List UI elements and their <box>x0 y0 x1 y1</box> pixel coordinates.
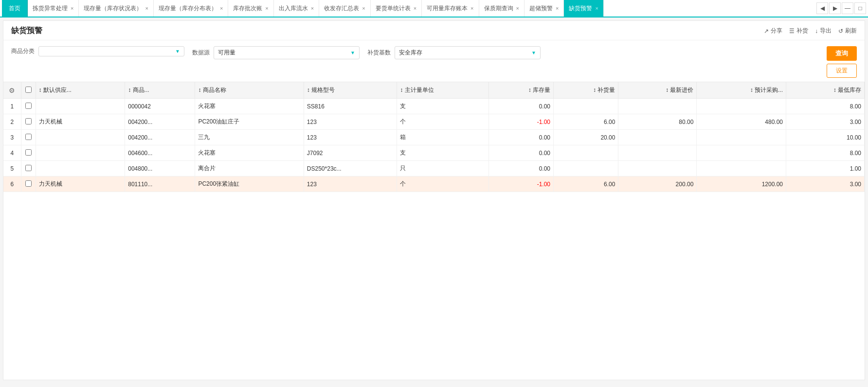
th-product-code[interactable]: ↕ 商品... <box>125 82 195 99</box>
tab-inventory-dist-close[interactable]: × <box>220 5 223 11</box>
tab-available-ledger[interactable]: 可用量库存账本 × <box>422 0 479 17</box>
refresh-button[interactable]: ↺ 刷新 <box>838 27 857 35</box>
tab-expiry-query[interactable]: 保质期查询 × <box>479 0 524 17</box>
row-checkbox-cell-4[interactable] <box>21 161 36 176</box>
th-unit[interactable]: ↕ 主计量单位 <box>397 82 488 99</box>
refresh-icon: ↺ <box>838 28 843 35</box>
row-latest-price-0 <box>618 99 697 114</box>
row-checkbox-cell-3[interactable] <box>21 145 36 161</box>
tab-available-ledger-close[interactable]: × <box>470 5 473 11</box>
tab-inout-flow[interactable]: 出入库流水 × <box>274 0 319 17</box>
table-row: 5 004800... 离合片 DS250*23c... 只 0.00 1.00 <box>3 161 865 176</box>
tab-minimize-button[interactable]: — <box>842 2 853 14</box>
row-replenish-qty-2: 20.00 <box>554 130 618 145</box>
row-spec-5: 123 <box>304 176 397 192</box>
th-est-purchase[interactable]: ↕ 预计采购... <box>697 82 786 99</box>
table-body: 1 0000042 火花塞 SS816 支 0.00 8.00 2 力天机械 0… <box>3 99 865 192</box>
datasource-filter-label: 数据源 <box>192 49 210 57</box>
th-min-stock[interactable]: ↕ 最低库存 <box>786 82 865 99</box>
row-stock-3: 0.00 <box>488 145 553 161</box>
refresh-label: 刷新 <box>845 27 857 35</box>
row-latest-price-4 <box>618 161 697 176</box>
tab-collect-summary-label: 收发存汇总表 <box>324 4 359 13</box>
row-checkbox-3[interactable] <box>25 149 32 156</box>
row-name-1: PC200油缸庄子 <box>195 114 304 130</box>
row-stock-4: 0.00 <box>488 161 553 176</box>
tab-batch-account[interactable]: 库存批次账 × <box>228 0 273 17</box>
replenish-icon: ☰ <box>789 28 795 35</box>
tab-collect-summary-close[interactable]: × <box>362 5 365 11</box>
row-checkbox-1[interactable] <box>25 118 32 124</box>
row-unit-3: 支 <box>397 145 488 161</box>
datasource-select-arrow: ▼ <box>350 50 355 55</box>
row-code-4: 004800... <box>125 161 195 176</box>
th-default-supplier-label: ↕ 默认供应... <box>39 87 72 93</box>
tab-home[interactable]: 首页 <box>2 0 28 17</box>
replenish-label: 补货 <box>796 27 808 35</box>
tab-expiry-query-close[interactable]: × <box>516 5 519 11</box>
tab-inventory-status[interactable]: 现存量（库存状况表） × <box>79 0 153 17</box>
page-header: 缺货预警 ↗ 分享 ☰ 补货 ↓ 导出 ↺ 刷新 <box>3 21 865 40</box>
row-est-purchase-1: 480.00 <box>697 114 786 130</box>
table-row: 3 004200... 三九 123 箱 0.00 20.00 10.00 <box>3 130 865 145</box>
settings-button[interactable]: 设置 <box>827 64 857 78</box>
tab-maximize-button[interactable]: □ <box>854 2 866 14</box>
page-content: 缺货预警 ↗ 分享 ☰ 补货 ↓ 导出 ↺ 刷新 商品分类 <box>3 20 865 380</box>
gear-icon[interactable]: ⚙ <box>6 87 18 94</box>
row-replenish-qty-4 <box>554 161 618 176</box>
row-unit-1: 个 <box>397 114 488 130</box>
replenish-base-filter-group: 补货基数 安全库存 ▼ <box>367 46 541 59</box>
replenish-base-arrow: ▼ <box>531 50 536 55</box>
share-button[interactable]: ↗ 分享 <box>764 27 782 35</box>
tab-next-button[interactable]: ▶ <box>829 2 841 14</box>
tab-collect-summary[interactable]: 收发存汇总表 × <box>319 0 370 17</box>
tab-available-ledger-label: 可用量库存账本 <box>427 4 468 13</box>
th-stock[interactable]: ↕ 库存量 <box>488 82 553 99</box>
datasource-select[interactable]: 可用量 ▼ <box>214 46 360 59</box>
row-checkbox-5[interactable] <box>25 180 32 187</box>
export-button[interactable]: ↓ 导出 <box>815 27 832 35</box>
replenish-base-select[interactable]: 安全库存 ▼ <box>395 46 541 59</box>
row-min-stock-5: 3.00 <box>786 176 865 192</box>
query-button[interactable]: 查询 <box>827 46 857 61</box>
export-icon: ↓ <box>815 28 818 35</box>
row-supplier-4 <box>36 161 125 176</box>
tab-shortage[interactable]: 缺货预警 × <box>564 0 603 17</box>
th-spec[interactable]: ↕ 规格型号 <box>304 82 397 99</box>
tab-abnormal-close[interactable]: × <box>71 5 73 11</box>
th-replenish-qty[interactable]: ↕ 补货量 <box>554 82 618 99</box>
tab-order-stats-close[interactable]: × <box>414 5 416 11</box>
tab-order-stats[interactable]: 要货单统计表 × <box>371 0 422 17</box>
row-checkbox-cell-5[interactable] <box>21 176 36 192</box>
tab-shortage-close[interactable]: × <box>595 5 598 11</box>
th-unit-label: ↕ 主计量单位 <box>400 87 434 93</box>
tab-prev-button[interactable]: ◀ <box>816 2 828 14</box>
row-est-purchase-0 <box>697 99 786 114</box>
tab-inout-flow-close[interactable]: × <box>311 5 314 11</box>
row-checkbox-cell-2[interactable] <box>21 130 36 145</box>
row-checkbox-4[interactable] <box>25 165 32 171</box>
tab-overstock[interactable]: 超储预警 × <box>524 0 564 17</box>
table-row: 4 004600... 火花塞 J7092 支 0.00 8.00 <box>3 145 865 161</box>
row-checkbox-2[interactable] <box>25 134 32 140</box>
row-code-0: 0000042 <box>125 99 195 114</box>
row-latest-price-1: 80.00 <box>618 114 697 130</box>
row-checkbox-0[interactable] <box>25 103 32 109</box>
th-latest-price[interactable]: ↕ 最新进价 <box>618 82 697 99</box>
tab-abnormal[interactable]: 拣货异常处理 × <box>28 0 79 17</box>
select-all-checkbox[interactable] <box>25 87 32 93</box>
row-checkbox-cell-0[interactable] <box>21 99 36 114</box>
category-select[interactable]: ▼ <box>38 46 184 56</box>
row-stock-5: -1.00 <box>488 176 553 192</box>
row-checkbox-cell-1[interactable] <box>21 114 36 130</box>
datasource-select-value: 可用量 <box>218 49 235 57</box>
replenish-button[interactable]: ☰ 补货 <box>789 27 808 35</box>
tab-batch-account-label: 库存批次账 <box>233 4 262 13</box>
th-default-supplier[interactable]: ↕ 默认供应... <box>36 82 125 99</box>
tab-inventory-status-close[interactable]: × <box>145 5 148 11</box>
tab-overstock-close[interactable]: × <box>556 5 559 11</box>
row-spec-1: 123 <box>304 114 397 130</box>
tab-inventory-dist[interactable]: 现存量（库存分布表） × <box>154 0 228 17</box>
th-product-name[interactable]: ↕ 商品名称 <box>195 82 304 99</box>
tab-batch-account-close[interactable]: × <box>265 5 268 11</box>
